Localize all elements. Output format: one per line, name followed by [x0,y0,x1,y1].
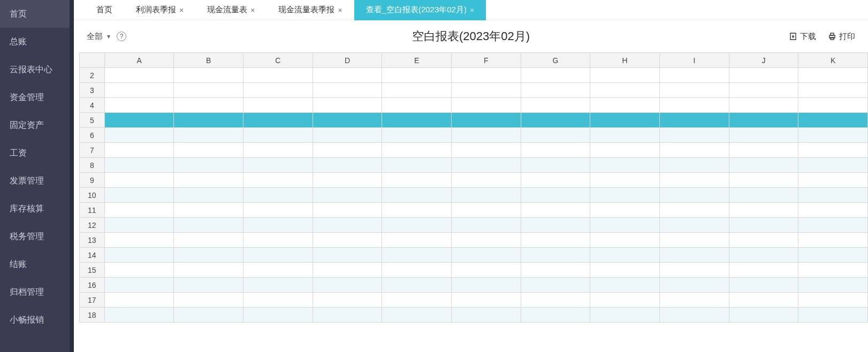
cell-G15[interactable] [521,263,590,278]
cell-K9[interactable] [798,173,868,188]
close-icon[interactable]: × [179,6,184,14]
column-header-J[interactable]: J [729,53,798,68]
cell-H8[interactable] [590,158,660,173]
cell-D16[interactable] [313,278,382,293]
cell-E17[interactable] [382,293,452,308]
cell-H16[interactable] [590,278,660,293]
help-icon[interactable]: ? [117,32,126,41]
cell-J16[interactable] [729,278,798,293]
cell-C4[interactable] [243,98,313,113]
cell-A14[interactable] [104,248,174,263]
cell-K14[interactable] [798,248,868,263]
column-header-G[interactable]: G [521,53,590,68]
sidebar-item-funds[interactable]: 资金管理 [0,83,70,111]
cell-F12[interactable] [452,218,521,233]
cell-E12[interactable] [382,218,452,233]
spreadsheet[interactable]: ABCDEFGHIJK23456789101112131415161718 [74,52,868,352]
cell-E3[interactable] [382,83,452,98]
cell-E7[interactable] [382,143,452,158]
cell-I7[interactable] [660,143,729,158]
cell-K10[interactable] [798,188,868,203]
column-header-K[interactable]: K [798,53,868,68]
cell-K15[interactable] [798,263,868,278]
cell-D18[interactable] [313,308,382,323]
cell-I13[interactable] [660,233,729,248]
cell-K5[interactable] [798,113,868,128]
cell-J2[interactable] [729,68,798,83]
sidebar-item-cloud-report[interactable]: 云报表中心 [0,56,70,83]
cell-G2[interactable] [521,68,590,83]
cell-H7[interactable] [590,143,660,158]
cell-D5[interactable] [313,113,382,128]
cell-B18[interactable] [174,308,243,323]
cell-E5[interactable] [382,113,452,128]
cell-K13[interactable] [798,233,868,248]
cell-K7[interactable] [798,143,868,158]
tab-0[interactable]: 首页 [85,0,124,20]
cell-H15[interactable] [590,263,660,278]
cell-A16[interactable] [104,278,174,293]
cell-D11[interactable] [313,203,382,218]
cell-C7[interactable] [243,143,313,158]
cell-D14[interactable] [313,248,382,263]
cell-F9[interactable] [452,173,521,188]
sidebar-item-closing[interactable]: 结账 [0,250,70,278]
cell-H18[interactable] [590,308,660,323]
cell-H12[interactable] [590,218,660,233]
cell-B17[interactable] [174,293,243,308]
cell-C10[interactable] [243,188,313,203]
cell-A2[interactable] [104,68,174,83]
cell-J15[interactable] [729,263,798,278]
cell-F16[interactable] [452,278,521,293]
cell-K11[interactable] [798,203,868,218]
close-icon[interactable]: × [250,6,255,14]
sidebar-item-home[interactable]: 首页 [0,0,70,28]
cell-D6[interactable] [313,128,382,143]
cell-B14[interactable] [174,248,243,263]
row-header-2[interactable]: 2 [80,68,105,83]
cell-G3[interactable] [521,83,590,98]
cell-A13[interactable] [104,233,174,248]
cell-E2[interactable] [382,68,452,83]
row-header-6[interactable]: 6 [80,128,105,143]
tab-2[interactable]: 现金流量表× [195,0,267,20]
cell-E18[interactable] [382,308,452,323]
cell-B16[interactable] [174,278,243,293]
cell-H17[interactable] [590,293,660,308]
cell-J4[interactable] [729,98,798,113]
row-header-5[interactable]: 5 [80,113,105,128]
cell-F5[interactable] [452,113,521,128]
cell-J17[interactable] [729,293,798,308]
cell-C15[interactable] [243,263,313,278]
cell-E11[interactable] [382,203,452,218]
cell-E9[interactable] [382,173,452,188]
cell-I6[interactable] [660,128,729,143]
cell-J8[interactable] [729,158,798,173]
cell-I16[interactable] [660,278,729,293]
row-header-15[interactable]: 15 [80,263,105,278]
cell-A17[interactable] [104,293,174,308]
cell-C9[interactable] [243,173,313,188]
column-header-E[interactable]: E [382,53,452,68]
row-header-17[interactable]: 17 [80,293,105,308]
sidebar-item-expense[interactable]: 小畅报销 [0,306,70,334]
sidebar-item-fixed-assets[interactable]: 固定资产 [0,111,70,139]
cell-I9[interactable] [660,173,729,188]
cell-J7[interactable] [729,143,798,158]
cell-G7[interactable] [521,143,590,158]
sidebar-item-salary[interactable]: 工资 [0,139,70,167]
row-header-18[interactable]: 18 [80,308,105,323]
cell-G13[interactable] [521,233,590,248]
row-header-11[interactable]: 11 [80,203,105,218]
cell-E6[interactable] [382,128,452,143]
cell-G9[interactable] [521,173,590,188]
cell-G11[interactable] [521,203,590,218]
cell-A3[interactable] [104,83,174,98]
cell-C12[interactable] [243,218,313,233]
cell-F3[interactable] [452,83,521,98]
cell-A11[interactable] [104,203,174,218]
sidebar-item-archive[interactable]: 归档管理 [0,278,70,306]
row-header-13[interactable]: 13 [80,233,105,248]
cell-I18[interactable] [660,308,729,323]
cell-C6[interactable] [243,128,313,143]
